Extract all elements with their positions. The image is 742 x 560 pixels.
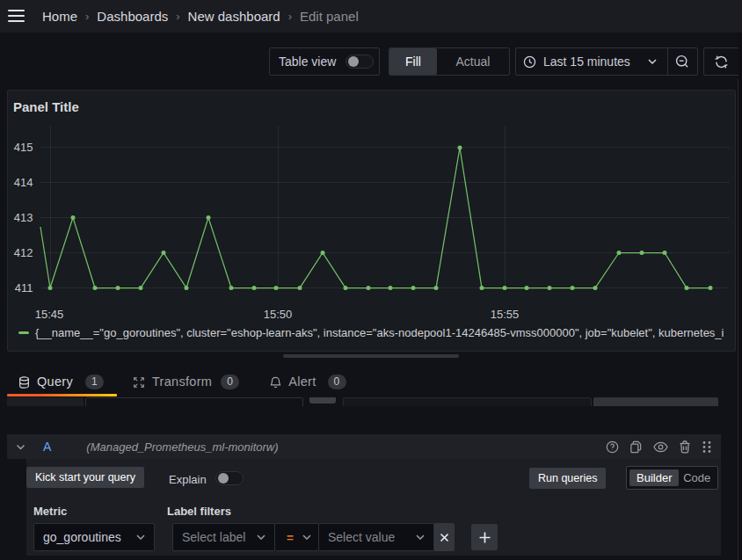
svg-text:415: 415 (14, 141, 33, 154)
svg-text:15:50: 15:50 (264, 308, 293, 321)
svg-text:15:55: 15:55 (491, 308, 520, 321)
svg-text:412: 412 (14, 246, 33, 259)
svg-text:413: 413 (14, 211, 33, 224)
svg-text:15:45: 15:45 (35, 308, 64, 321)
svg-text:411: 411 (15, 281, 33, 295)
svg-text:414: 414 (14, 176, 33, 189)
